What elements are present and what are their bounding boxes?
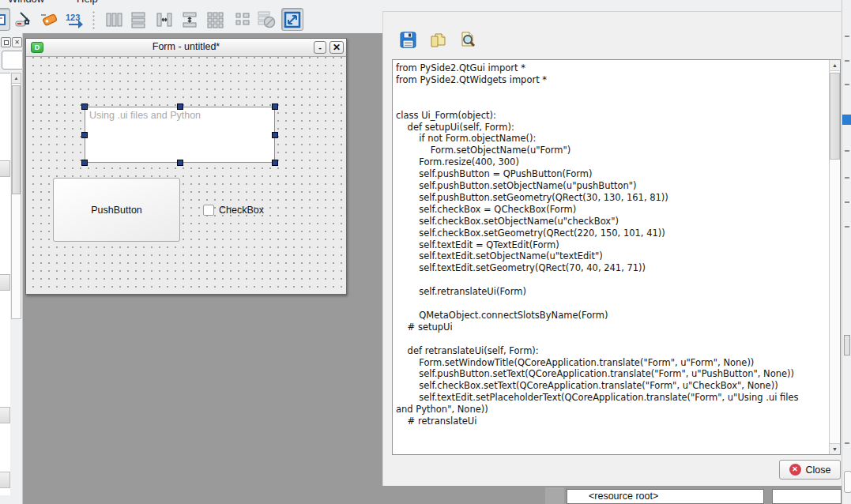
- menu-item-help[interactable]: Help: [77, 0, 98, 5]
- code-line: self.textEdit.setPlaceholderText(QCoreAp…: [396, 392, 827, 404]
- text-edit-widget[interactable]: Using .ui files and Python: [85, 107, 275, 163]
- resource-browser-panel[interactable]: [772, 489, 842, 504]
- widget-category-header[interactable]: [0, 160, 10, 177]
- scrollbar-thumb[interactable]: [830, 73, 840, 160]
- code-line: self.checkBox.setText(QCoreApplication.t…: [396, 380, 827, 392]
- code-line: self.textEdit.setObjectName(u"textEdit"): [396, 250, 827, 262]
- dock-float-icon[interactable]: [1, 37, 11, 47]
- tree-branch-mark: [845, 84, 849, 85]
- scrollbar-thumb[interactable]: [844, 335, 850, 355]
- code-line: and Python", None)): [396, 404, 827, 416]
- widget-category-header[interactable]: [0, 472, 10, 488]
- code-line: Form.setWindowTitle(QCoreApplication.tra…: [396, 357, 827, 369]
- layout-splitter-vertical-icon[interactable]: [179, 8, 201, 31]
- code-line: [396, 333, 827, 345]
- tree-branch-mark: [845, 226, 849, 228]
- save-icon[interactable]: [397, 29, 418, 50]
- form-window-titlebar[interactable]: D Form - untitled* - ✕: [26, 39, 346, 57]
- menu-item-window[interactable]: Window: [8, 0, 44, 5]
- scroll-up-icon[interactable]: ▲: [12, 73, 21, 84]
- code-line: QMetaObject.connectSlotsByName(Form): [396, 310, 827, 322]
- code-line: self.textEdit = QTextEdit(Form): [396, 239, 827, 251]
- edit-buddies-icon[interactable]: [38, 8, 60, 31]
- selection-handle[interactable]: [81, 103, 88, 110]
- widget-box-dock: ✕ ▲: [0, 33, 22, 504]
- widget-category-header[interactable]: [0, 274, 10, 291]
- view-python-code-dialog: from PySide2.QtGui import *from PySide2.…: [382, 11, 842, 486]
- code-line: from PySide2.QtWidgets import *: [396, 74, 827, 86]
- edit-widgets-icon[interactable]: [0, 8, 10, 31]
- form-editor-window: D Form - untitled* - ✕ Using .ui files a…: [25, 38, 347, 295]
- tree-branch-mark: [845, 442, 849, 444]
- tree-branch-mark: [845, 201, 849, 203]
- widget-box-scrollbar[interactable]: ▲: [11, 73, 21, 319]
- selection-handle[interactable]: [177, 160, 183, 166]
- layout-splitter-horizontal-icon[interactable]: [153, 8, 175, 31]
- selection-handle[interactable]: [81, 132, 88, 138]
- code-line: self.checkBox = QCheckBox(Form): [396, 204, 827, 216]
- code-line: from PySide2.QtGui import *: [396, 62, 827, 74]
- tree-branch-mark: [845, 177, 849, 179]
- layout-vertical-icon[interactable]: [127, 8, 149, 31]
- selection-handle[interactable]: [272, 103, 278, 110]
- edit-signals-slots-icon[interactable]: [12, 8, 34, 31]
- toolbar-separator: [92, 10, 95, 29]
- code-line: # retranslateUi: [396, 416, 827, 427]
- resource-browser-button[interactable]: [545, 487, 564, 504]
- selection-handle[interactable]: [177, 103, 183, 110]
- scrollbar-thumb[interactable]: [12, 85, 21, 194]
- check-box-widget[interactable]: CheckBox: [203, 194, 283, 226]
- code-viewer[interactable]: from PySide2.QtGui import *from PySide2.…: [392, 59, 841, 455]
- scroll-up-icon[interactable]: ▲: [830, 60, 840, 71]
- push-button-widget[interactable]: PushButton: [53, 178, 180, 242]
- code-line: def setupUi(self, Form):: [396, 122, 827, 134]
- close-button-label: Close: [806, 465, 831, 476]
- edit-tab-order-icon[interactable]: 123: [63, 8, 85, 31]
- adjust-size-icon[interactable]: [281, 8, 303, 31]
- selected-property-row[interactable]: [842, 115, 851, 125]
- tree-branch-mark: [845, 36, 849, 37]
- code-line: [396, 298, 827, 310]
- dock-close-icon[interactable]: ✕: [12, 37, 22, 47]
- resource-root-item[interactable]: <resource root>: [567, 489, 764, 504]
- code-line: Form.resize(400, 300): [396, 156, 827, 168]
- code-line: class Ui_Form(object):: [396, 110, 827, 122]
- main-toolbar: 123: [0, 8, 379, 33]
- push-button-label: PushButton: [91, 205, 142, 216]
- property-panel-sliver: [842, 0, 851, 504]
- copy-icon[interactable]: [427, 29, 448, 50]
- form-window-title: Form - untitled*: [26, 41, 346, 52]
- layout-form-icon[interactable]: [232, 8, 254, 31]
- code-scrollbar[interactable]: ▲ ▼: [829, 60, 840, 454]
- form-canvas[interactable]: Using .ui files and Python PushButton Ch…: [26, 57, 346, 294]
- check-box-label: CheckBox: [219, 205, 264, 216]
- menu-bar: Window Help: [0, 0, 379, 6]
- qt-designer-window: Window Help 123: [0, 0, 851, 504]
- code-line: [396, 274, 827, 286]
- selection-handle[interactable]: [272, 132, 278, 138]
- checkbox-indicator[interactable]: [203, 205, 214, 216]
- selection-handle[interactable]: [81, 160, 88, 166]
- break-layout-icon[interactable]: [255, 8, 277, 31]
- code-line: # setupUi: [396, 322, 827, 333]
- code-line: def retranslateUi(self, Form):: [396, 345, 827, 357]
- text-edit-placeholder: Using .ui files and Python: [89, 110, 201, 121]
- python-code: from PySide2.QtGui import *from PySide2.…: [396, 62, 827, 427]
- minimize-button[interactable]: -: [314, 41, 326, 54]
- panel-button-edge: [844, 471, 851, 493]
- close-window-button[interactable]: ✕: [329, 41, 344, 54]
- code-line: self.checkBox.setObjectName(u"checkBox"): [396, 216, 827, 228]
- svg-text:123: 123: [66, 13, 80, 22]
- find-icon[interactable]: [458, 29, 478, 50]
- code-line: self.pushButton.setObjectName(u"pushButt…: [396, 180, 827, 192]
- layout-grid-icon[interactable]: [204, 8, 226, 31]
- widget-category-header[interactable]: [0, 407, 10, 423]
- code-dialog-toolbar: [397, 29, 478, 50]
- scroll-down-icon[interactable]: ▼: [830, 443, 840, 454]
- selection-handle[interactable]: [272, 160, 278, 166]
- code-line: self.retranslateUi(Form): [396, 286, 827, 298]
- layout-horizontal-icon[interactable]: [103, 8, 125, 31]
- close-dialog-button[interactable]: ✕ Close: [779, 460, 841, 480]
- widget-box-list[interactable]: [0, 73, 10, 495]
- tree-branch-mark: [845, 150, 849, 152]
